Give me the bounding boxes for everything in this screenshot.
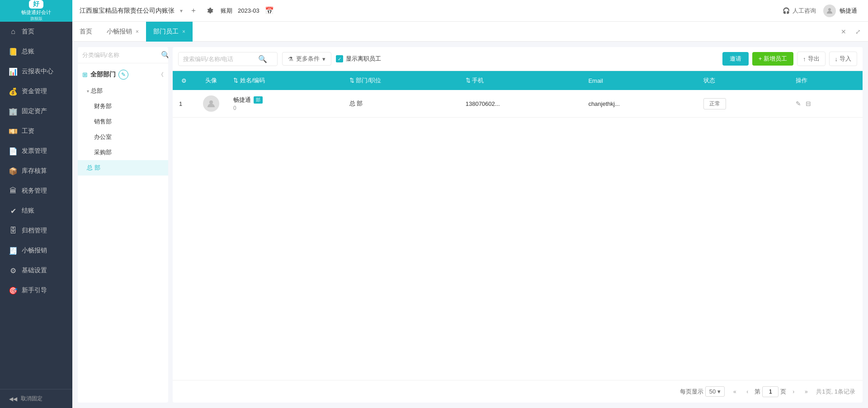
sidebar-item-assets[interactable]: 🏢 固定资产: [0, 101, 72, 121]
col-email-label: Email: [588, 77, 603, 84]
sidebar-item-home[interactable]: ⌂ 首页: [0, 22, 72, 42]
dept-collapse-button[interactable]: 《: [158, 71, 164, 79]
sidebar-item-checkout[interactable]: ✔ 结账: [0, 201, 72, 221]
col-settings[interactable]: ⚙: [173, 71, 195, 90]
dept-node-label: 总部: [91, 87, 103, 95]
dept-node-purchase-label: 采购部: [94, 148, 112, 157]
col-phone-label: 手机: [472, 77, 484, 84]
page-size-select[interactable]: 50 ▾: [705, 386, 725, 397]
dept-search-input[interactable]: [82, 52, 158, 58]
employee-search-icon[interactable]: 🔍: [258, 55, 267, 63]
dept-node-sales[interactable]: 销售部: [78, 114, 168, 129]
row-logout-button[interactable]: ⊟: [806, 100, 811, 107]
guide-icon: 🎯: [9, 286, 17, 294]
dept-tree: ⊞ 全部部门 ✎ 《 ▾ 总部 财务部 销售部: [78, 63, 168, 403]
sidebar-item-settings[interactable]: ⚙ 基础设置: [0, 261, 72, 280]
tab-dept-close[interactable]: ×: [182, 28, 185, 35]
dept-node-zongbu[interactable]: ▾ 总部: [78, 83, 168, 99]
col-name-label: 姓名/编码: [240, 77, 265, 84]
dept-search-icon[interactable]: 🔍: [161, 51, 168, 59]
last-page-icon: »: [805, 389, 808, 395]
col-name-code[interactable]: ⇅ 姓名/编码: [227, 71, 343, 90]
sidebar-item-guide[interactable]: 🎯 新手引导: [0, 280, 72, 300]
sidebar-item-salary[interactable]: 💴 工资: [0, 121, 72, 141]
col-settings-icon: ⚙: [181, 77, 187, 84]
col-dept-position[interactable]: ⇅ 部门/职位: [343, 71, 459, 90]
dept-expand-arrow: ▾: [87, 89, 89, 94]
row-status-badge: 正常: [703, 98, 726, 109]
tab-close-button[interactable]: ✕: [837, 25, 850, 38]
dept-node-office[interactable]: 办公室: [78, 129, 168, 145]
row-avatar-cell: [195, 90, 227, 118]
col-action: 操作: [789, 71, 863, 90]
dept-node-purchase[interactable]: 采购部: [78, 145, 168, 160]
last-page-button[interactable]: »: [801, 386, 811, 397]
page-navigation: « ‹ 第 页 › »: [729, 386, 811, 397]
sidebar-item-reports[interactable]: 📊 云报表中心: [0, 62, 72, 81]
sidebar-item-expenses[interactable]: 🧾 小畅报销: [0, 241, 72, 261]
employee-search-input[interactable]: [183, 56, 255, 62]
next-page-button[interactable]: ›: [788, 386, 799, 397]
sidebar-item-archive[interactable]: 🗄 归档管理: [0, 221, 72, 241]
tab-maximize-button[interactable]: ⤢: [852, 25, 864, 38]
sidebar-label-capital: 资金管理: [22, 87, 47, 95]
calendar-icon[interactable]: 📅: [265, 6, 274, 15]
row-action-cell: ✎ ⊟: [789, 90, 863, 118]
first-page-icon: «: [733, 389, 736, 395]
first-page-button[interactable]: «: [729, 386, 740, 397]
dept-edit-button[interactable]: ✎: [118, 70, 128, 80]
col-phone[interactable]: ⇅ 手机: [459, 71, 582, 90]
prev-page-button[interactable]: ‹: [742, 386, 753, 397]
tab-bar: 首页 小畅报销 × 部门员工 × ✕ ⤢: [72, 22, 868, 42]
sidebar-label-salary: 工资: [22, 127, 34, 135]
dept-all-header[interactable]: ⊞ 全部部门 ✎ 《: [78, 66, 168, 83]
show-resigned-checkbox[interactable]: ✓: [336, 55, 343, 62]
tab-expenses-close[interactable]: ×: [136, 28, 139, 35]
tab-home[interactable]: 首页: [72, 22, 99, 42]
sidebar-item-tax[interactable]: 🏛 税务管理: [0, 181, 72, 201]
invite-button[interactable]: 邀请: [722, 52, 749, 66]
sidebar-label-inventory: 库存核算: [22, 167, 47, 175]
sidebar-item-invoice[interactable]: 📄 发票管理: [0, 141, 72, 161]
add-employee-button[interactable]: + 新增员工: [752, 52, 793, 66]
company-dropdown-icon[interactable]: ▾: [180, 8, 183, 14]
service-button[interactable]: 🎧 人工咨询: [783, 7, 816, 15]
user-name: 畅捷通: [840, 7, 857, 15]
sidebar-item-capital[interactable]: 💰 资金管理: [0, 81, 72, 101]
row-name-code-cell: 畅捷通 部 0: [227, 90, 343, 118]
add-tab-button[interactable]: ＋: [188, 5, 199, 16]
page-number-input[interactable]: [762, 386, 778, 397]
assets-icon: 🏢: [9, 107, 17, 115]
dept-node-general-hq[interactable]: 总 部: [78, 160, 168, 176]
employee-search-box: 🔍: [178, 52, 278, 66]
content-area: 首页 小畅报销 × 部门员工 × ✕ ⤢ 🔍: [72, 22, 868, 408]
service-label: 人工咨询: [793, 7, 816, 15]
sidebar-item-ledger[interactable]: 📒 总账: [0, 42, 72, 62]
page-size-dropdown-icon: ▾: [717, 388, 721, 395]
expenses-icon: 🧾: [9, 247, 17, 255]
row-edit-button[interactable]: ✎: [796, 100, 801, 107]
import-button[interactable]: ↓ 导入: [829, 52, 858, 66]
settings-gear-icon[interactable]: [204, 5, 215, 16]
page-content: 🔍 ⊞ 全部部门 ✎ 《 ▾ 总部 财务部: [72, 42, 868, 408]
tab-dept-employee[interactable]: 部门员工 ×: [146, 22, 193, 42]
top-middle: 江西服宝精品有限责任公司内账张 ▾ ＋ 账期 2023-03 📅: [72, 5, 783, 16]
sidebar-label-archive: 归档管理: [22, 227, 47, 235]
row-name-row: 畅捷通 部: [233, 96, 337, 104]
user-area[interactable]: 畅捷通: [823, 5, 857, 17]
dept-node-general-hq-label: 总 部: [87, 164, 100, 172]
sidebar-pin-toggle[interactable]: ◀◀ 取消固定: [0, 389, 72, 408]
sidebar-item-inventory[interactable]: 📦 库存核算: [0, 161, 72, 181]
user-avatar: [823, 5, 836, 17]
dept-node-finance[interactable]: 财务部: [78, 99, 168, 114]
row-action-buttons: ✎ ⊟: [796, 100, 856, 107]
tab-expenses-label: 小畅报销: [107, 28, 132, 36]
export-button[interactable]: ↑ 导出: [797, 52, 826, 66]
col-status-label: 状态: [703, 77, 715, 84]
table-row: 1: [173, 90, 863, 118]
prev-page-icon: ‹: [746, 389, 748, 395]
tab-expenses[interactable]: 小畅报销 ×: [99, 22, 146, 42]
top-bar: 好 畅捷通好会计 旗舰版 江西服宝精品有限责任公司内账张 ▾ ＋ 账期 2023…: [0, 0, 868, 22]
more-filter-button[interactable]: ⚗ 更多条件 ▾: [282, 52, 331, 66]
row-dept-value: 总 部: [349, 100, 363, 107]
